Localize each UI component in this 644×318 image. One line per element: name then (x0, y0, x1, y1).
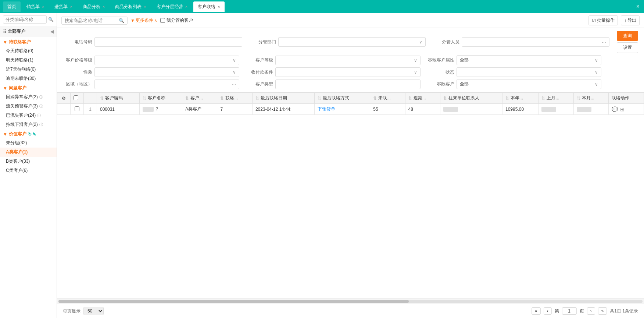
sidebar-item-declining[interactable]: 持续下滑客户(2) ⓘ (0, 120, 57, 129)
cell-checkbox[interactable] (71, 104, 84, 115)
filter-field-customer-level: 客户等级 ∨ (244, 56, 420, 65)
tab-customer-layer[interactable]: 客户分层经营 × (152, 1, 192, 12)
sidebar-item-today-pending[interactable]: 今天待联络(0) (0, 46, 57, 56)
horizontal-scrollbar[interactable] (57, 298, 644, 304)
sidebar-item-overdue-pending[interactable]: 逾期未联络(30) (0, 74, 57, 83)
filter-input-scattered[interactable]: 全部 ∨ (457, 79, 601, 89)
gear-settings-icon[interactable]: ⚙ (62, 96, 66, 101)
filter-input-customer-level[interactable]: ∨ (275, 56, 420, 65)
filter-input-price-level[interactable]: ∨ (94, 56, 239, 65)
filter-my-customer[interactable]: 我分管的客户 (160, 17, 193, 24)
filter-input-payment-terms[interactable]: ∨ (275, 67, 420, 77)
sidebar-item-week-pending[interactable]: 近7天待联络(0) (0, 65, 57, 74)
tab-customer-contact[interactable]: 客户联络 × (193, 1, 224, 12)
filter-input-customer-type[interactable] (275, 80, 420, 89)
sidebar-group-pending[interactable]: ▼ 待联络客户 (0, 37, 57, 46)
col-contact[interactable]: ⇅ 联络... (217, 93, 252, 104)
export-button[interactable]: ↑ 导出 (621, 15, 640, 25)
window-close-button[interactable]: × (635, 2, 641, 11)
export-icon: ↑ (624, 18, 626, 23)
filter-search-input[interactable] (65, 18, 117, 23)
filter-input-region[interactable]: ··· (94, 80, 239, 89)
cell-last-contact-method[interactable]: 下销货单 (314, 104, 370, 115)
setting-button[interactable]: 设置 (617, 42, 638, 53)
filter-my-checkbox[interactable] (160, 18, 165, 23)
tab-purchase-close[interactable]: × (70, 4, 72, 9)
col-gear[interactable]: ⚙ (57, 93, 71, 104)
filter-input-nature[interactable]: ∨ (94, 67, 239, 77)
filter-input-phone[interactable] (94, 37, 242, 47)
tab-product-analysis[interactable]: 商品分析 × (78, 1, 109, 12)
filter-input-status[interactable]: ∨ (457, 67, 601, 77)
page-number-input[interactable] (562, 307, 577, 315)
tab-customer-layer-close[interactable]: × (185, 4, 187, 9)
col-unit-contact[interactable]: ⇅ 往来单位联系人 (440, 93, 502, 104)
sidebar-search-icon[interactable]: 🔍 (48, 17, 54, 22)
tab-product-analysis-close[interactable]: × (103, 4, 105, 9)
col-this-year[interactable]: ⇅ 本年... (502, 93, 539, 104)
batch-operation-button[interactable]: ☑ 批量操作 (588, 15, 618, 25)
tab-customer-contact-close[interactable]: × (218, 4, 220, 9)
col-customer-type[interactable]: ⇅ 客户... (182, 93, 217, 104)
col-last-month[interactable]: ⇅ 上月... (539, 93, 573, 104)
filter-more-button[interactable]: ▼ 更多条件 ∧ (130, 17, 157, 24)
sidebar-item-churned[interactable]: 已流失客户(24) ⓘ (0, 111, 57, 120)
sidebar-item-c-class[interactable]: C类客户(6) (0, 166, 57, 175)
per-page-select[interactable]: 50 100 200 (83, 307, 104, 315)
filter-field-status: 状态 ∨ (425, 67, 601, 77)
sidebar-item-tomorrow-pending[interactable]: 明天待联络(1) (0, 56, 57, 65)
scrollbar-thumb[interactable] (58, 300, 409, 303)
first-page-button[interactable]: « (532, 307, 541, 315)
repurchase-abnormal-label: 回购异常客户(2) (6, 94, 38, 100)
col-customer-code[interactable]: ⇅ 客户编码 (97, 93, 140, 104)
col-this-year-sort-icon: ⇅ (505, 96, 509, 101)
tab-product-analysis-list[interactable]: 商品分析列表 × (111, 1, 150, 12)
tab-product-analysis-list-close[interactable]: × (144, 4, 146, 9)
row-checkbox[interactable] (75, 106, 79, 111)
query-button[interactable]: 查询 (617, 31, 638, 41)
col-checkbox[interactable] (71, 93, 84, 104)
sidebar-item-b-class[interactable]: B类客户(33) (0, 157, 57, 166)
sidebar-item-unclassified[interactable]: 未分组(32) (0, 138, 57, 148)
tab-sales[interactable]: 销货单 × (22, 1, 49, 12)
last-page-button[interactable]: » (598, 307, 607, 315)
select-all-checkbox[interactable] (74, 95, 78, 100)
filter-input-dept[interactable]: ∨ (278, 37, 426, 47)
col-contact-sort-icon: ⇅ (220, 96, 224, 101)
action-qr-icon[interactable]: ⊞ (620, 106, 625, 112)
sidebar-search-input[interactable] (3, 15, 47, 24)
prev-page-button[interactable]: ‹ (544, 307, 552, 315)
col-overdue-label: 逾期... (414, 95, 426, 101)
last-contact-method-link[interactable]: 下销货单 (318, 106, 335, 112)
action-comment-icon[interactable]: 💬 (612, 106, 618, 112)
sidebar-item-a-class[interactable]: A类客户(1) (0, 148, 57, 157)
sidebar-group-problem[interactable]: ▼ 问题客户 (0, 83, 57, 92)
value-edit-icon[interactable]: ✎ (32, 132, 36, 137)
col-customer-name[interactable]: ⇅ 客户名称 (140, 93, 182, 104)
col-last-contact-date[interactable]: ⇅ 最后联络日期 (252, 93, 314, 104)
col-no-contact[interactable]: ⇅ 未联... (370, 93, 405, 104)
col-this-month[interactable]: ⇅ 本月... (573, 93, 608, 104)
col-overdue[interactable]: ⇅ 逾期... (405, 93, 440, 104)
tab-sales-close[interactable]: × (42, 4, 44, 9)
filter-more-label: 更多条件 (136, 17, 153, 24)
sidebar-all-customers[interactable]: ⠿ 全部客户 ◀ (0, 26, 57, 37)
value-refresh-icon[interactable]: ↻ (28, 132, 32, 137)
filter-label-nature: 性质 (63, 69, 92, 75)
filter-input-manager[interactable]: ··· (462, 37, 609, 47)
today-pending-label: 今天待联络(0) (6, 48, 33, 54)
tab-purchase[interactable]: 进货单 × (50, 1, 76, 12)
action-icons-group: 💬 ⊞ (612, 106, 641, 112)
cell-seq: 1 (84, 104, 97, 115)
col-last-contact-method[interactable]: ⇅ 最后联络方式 (314, 93, 370, 104)
sidebar-collapse-button[interactable]: ◀ (50, 29, 54, 34)
sidebar-content: ▼ 待联络客户 今天待联络(0) 明天待联络(1) 近7天待联络(0) 逾期未联… (0, 37, 57, 318)
filter-search-icon[interactable]: 🔍 (119, 18, 124, 23)
filter-input-scattered-attr[interactable]: 全部 ∨ (457, 55, 601, 65)
next-page-button[interactable]: › (587, 307, 595, 315)
adv-filter-row-4: 区域（地区） ··· 客户类型 零散客户 全部 ∨ (63, 79, 638, 89)
sidebar-item-repurchase-abnormal[interactable]: 回购异常客户(2) ⓘ (0, 92, 57, 102)
sidebar-item-churn-warning[interactable]: 流失预警客户(3) ⓘ (0, 102, 57, 111)
tab-home[interactable]: 首页 (3, 1, 21, 12)
sidebar-group-value[interactable]: ▼ 价值客户 ↻ ✎ (0, 129, 57, 138)
